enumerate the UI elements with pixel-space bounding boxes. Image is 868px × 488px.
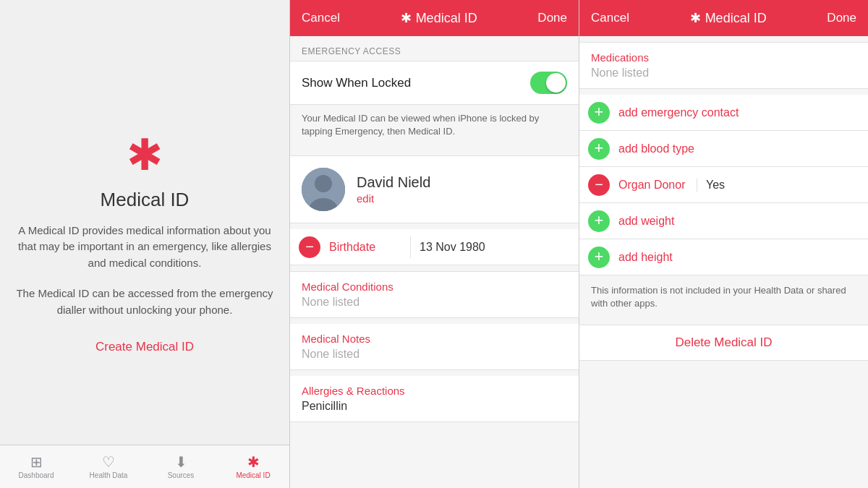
medical-conditions-row[interactable]: Medical Conditions None listed xyxy=(290,271,579,318)
delete-medical-id-row[interactable]: Delete Medical ID xyxy=(579,325,868,361)
add-emergency-contact-plus-button[interactable]: + xyxy=(588,102,610,124)
add-blood-type-label: add blood type xyxy=(618,142,694,155)
header-title-2: ✱ Medical ID xyxy=(401,10,477,26)
header-asterisk-3: ✱ xyxy=(690,10,701,26)
dashboard-icon: ⊞ xyxy=(30,455,43,469)
add-height-label: add height xyxy=(618,251,673,264)
avatar-svg xyxy=(302,168,345,211)
birthdate-minus-button[interactable]: − xyxy=(299,236,320,258)
done-button-3[interactable]: Done xyxy=(827,11,856,25)
birthdate-row[interactable]: − Birthdate 13 Nov 1980 xyxy=(290,229,579,265)
avatar xyxy=(302,168,345,211)
allergies-label: Allergies & Reactions xyxy=(302,385,567,397)
toggle-description: Your Medical ID can be viewed when iPhon… xyxy=(290,105,579,150)
organ-donor-label: Organ Donor xyxy=(618,179,691,192)
plus-icon-blood: + xyxy=(595,140,604,156)
allergies-value: Penicillin xyxy=(302,400,567,413)
add-height-row[interactable]: + add height xyxy=(579,239,868,275)
edit-profile-link[interactable]: edit xyxy=(357,192,430,205)
medical-notes-label: Medical Notes xyxy=(302,333,567,345)
intro-desc1: A Medical ID provides medical informatio… xyxy=(14,223,275,272)
tab-sources-label: Sources xyxy=(168,471,195,479)
profile-name: David Nield xyxy=(357,174,430,191)
intro-desc2: The Medical ID can be accessed from the … xyxy=(14,286,275,318)
form-panel-3: Cancel ✱ Medical ID Done Medications Non… xyxy=(579,0,868,488)
profile-row: David Nield edit xyxy=(290,155,579,223)
form-panel-2: Cancel ✱ Medical ID Done EMERGENCY ACCES… xyxy=(289,0,579,488)
birthdate-value: 13 Nov 1980 xyxy=(420,241,485,254)
add-height-plus-button[interactable]: + xyxy=(588,247,610,268)
medical-conditions-value: None listed xyxy=(302,296,567,309)
tab-health-data[interactable]: ♡ Health Data xyxy=(72,455,145,479)
tab-medical-id[interactable]: ✱ Medical ID xyxy=(217,455,289,479)
minus-icon-organ: − xyxy=(595,177,603,192)
toggle-label: Show When Locked xyxy=(302,76,411,90)
profile-info: David Nield edit xyxy=(357,174,430,205)
show-when-locked-toggle[interactable] xyxy=(530,72,567,94)
sources-icon: ⬇ xyxy=(175,455,187,469)
header-asterisk-2: ✱ xyxy=(401,10,412,26)
create-medical-id-link[interactable]: Create Medical ID xyxy=(95,340,194,354)
tab-sources[interactable]: ⬇ Sources xyxy=(145,455,217,479)
tab-dashboard[interactable]: ⊞ Dashboard xyxy=(0,455,72,479)
medical-conditions-label: Medical Conditions xyxy=(302,281,567,293)
organ-donor-row[interactable]: − Organ Donor Yes xyxy=(579,167,868,203)
tab-health-data-label: Health Data xyxy=(90,471,128,479)
medical-notes-row[interactable]: Medical Notes None listed xyxy=(290,324,579,370)
avatar-image xyxy=(302,168,345,211)
plus-icon-height: + xyxy=(595,249,604,265)
info-note: This information is not included in your… xyxy=(579,275,868,319)
tab-dashboard-label: Dashboard xyxy=(19,471,54,479)
medications-label: Medications xyxy=(591,51,856,64)
plus-icon-weight: + xyxy=(595,213,604,228)
cancel-button-2[interactable]: Cancel xyxy=(302,11,340,25)
add-weight-plus-button[interactable]: + xyxy=(588,210,610,232)
medical-notes-value: None listed xyxy=(302,348,567,361)
tab-medical-id-label: Medical ID xyxy=(236,471,270,479)
field-divider xyxy=(410,236,411,258)
intro-panel: ✱ Medical ID A Medical ID provides medic… xyxy=(0,0,289,488)
done-button-2[interactable]: Done xyxy=(537,11,567,25)
delete-medical-id-label: Delete Medical ID xyxy=(675,335,772,350)
health-data-icon: ♡ xyxy=(102,455,115,469)
form-header-2: Cancel ✱ Medical ID Done xyxy=(290,0,579,36)
form-body-2: EMERGENCY ACCESS Show When Locked Your M… xyxy=(290,36,579,488)
emergency-access-label: EMERGENCY ACCESS xyxy=(290,36,579,61)
add-blood-type-plus-button[interactable]: + xyxy=(588,138,610,160)
add-emergency-contact-row[interactable]: + add emergency contact xyxy=(579,95,868,131)
allergies-row[interactable]: Allergies & Reactions Penicillin xyxy=(290,376,579,422)
toggle-knob xyxy=(546,73,566,93)
medical-id-asterisk-icon: ✱ xyxy=(127,134,163,177)
show-when-locked-row[interactable]: Show When Locked xyxy=(290,61,579,105)
minus-icon: − xyxy=(305,239,314,254)
cancel-button-3[interactable]: Cancel xyxy=(591,11,629,25)
organ-donor-value: Yes xyxy=(697,179,725,192)
intro-title: Medical ID xyxy=(101,189,190,211)
medications-row[interactable]: Medications None listed xyxy=(579,42,868,89)
medications-value: None listed xyxy=(591,67,856,80)
organ-donor-minus-button[interactable]: − xyxy=(588,174,610,196)
birthdate-label: Birthdate xyxy=(329,241,401,254)
form-body-3: Medications None listed + add emergency … xyxy=(579,36,868,488)
add-weight-label: add weight xyxy=(618,215,674,228)
add-emergency-contact-label: add emergency contact xyxy=(618,106,739,119)
add-blood-type-row[interactable]: + add blood type xyxy=(579,131,868,167)
add-weight-row[interactable]: + add weight xyxy=(579,203,868,239)
header-title-3: ✱ Medical ID xyxy=(690,10,767,26)
svg-point-1 xyxy=(315,175,332,192)
plus-icon-contact: + xyxy=(595,104,604,120)
medical-id-tab-icon: ✱ xyxy=(247,455,260,469)
tab-bar: ⊞ Dashboard ♡ Health Data ⬇ Sources ✱ Me… xyxy=(0,445,289,488)
form-header-3: Cancel ✱ Medical ID Done xyxy=(579,0,868,36)
